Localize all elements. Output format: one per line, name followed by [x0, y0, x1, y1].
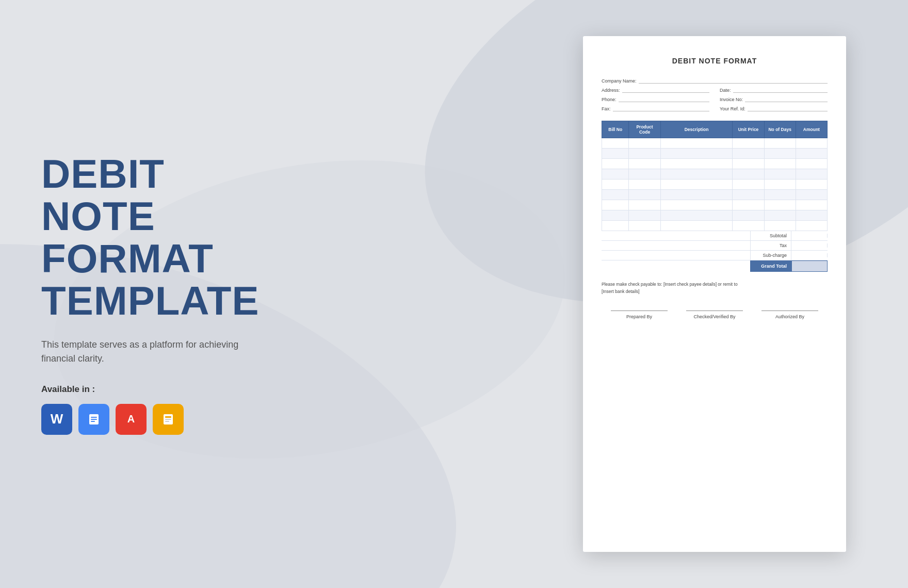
- table-cell: [796, 149, 827, 159]
- prepared-by-label: Prepared By: [626, 314, 652, 319]
- col-no-of-days: No of Days: [764, 121, 796, 138]
- table-cell: [796, 221, 827, 231]
- svg-rect-6: [91, 419, 97, 420]
- table-cell: [660, 200, 733, 210]
- authorized-by-signature: Authorized By: [752, 311, 828, 319]
- invoice-line: [745, 95, 828, 102]
- table-cell: [733, 221, 764, 231]
- svg-rect-10: [165, 419, 171, 420]
- table-cell: [796, 210, 827, 221]
- table-cell: [733, 159, 764, 169]
- info-section: Company Name: Address: Date: Phone: Invo…: [602, 76, 828, 111]
- table-cell: [733, 200, 764, 210]
- table-cell: [602, 169, 629, 179]
- prepared-by-signature: Prepared By: [602, 311, 677, 319]
- col-description: Description: [660, 121, 733, 138]
- table-cell: [602, 179, 629, 190]
- fax-item: Fax:: [602, 104, 709, 111]
- signature-section: Prepared By Checked/Verified By Authoriz…: [602, 311, 828, 319]
- subtitle-text: This template serves as a platform for a…: [41, 338, 248, 366]
- subcharge-label: Sub-charge: [750, 251, 791, 260]
- table-cell: [796, 169, 827, 179]
- subcharge-row: Sub-charge: [602, 251, 828, 260]
- table-cell: [796, 138, 827, 149]
- col-bill-no: Bill No: [602, 121, 629, 138]
- table-cell: [602, 221, 629, 231]
- company-name-label: Company Name:: [602, 78, 637, 84]
- app-icons-row: W A: [41, 404, 294, 435]
- table-cell: [660, 159, 733, 169]
- table-cell: [629, 179, 660, 190]
- grand-total-row: Grand Total: [602, 260, 828, 272]
- address-label: Address:: [602, 88, 620, 93]
- table-cell: [629, 221, 660, 231]
- table-cell: [764, 138, 796, 149]
- word-icon[interactable]: W: [41, 404, 72, 435]
- phone-line: [619, 95, 709, 102]
- table-cell: [602, 138, 629, 149]
- refid-line: [748, 104, 828, 111]
- table-cell: [629, 169, 660, 179]
- pages-icon[interactable]: [153, 404, 184, 435]
- date-line: [733, 86, 828, 93]
- authorized-by-line: [761, 311, 818, 311]
- phone-invoice-row: Phone: Invoice No:: [602, 95, 828, 102]
- refid-item: Your Ref. Id:: [720, 104, 828, 111]
- address-line: [622, 86, 709, 93]
- subcharge-value: [791, 253, 828, 257]
- company-name-row: Company Name:: [602, 76, 828, 84]
- table-cell: [733, 179, 764, 190]
- table-cell: [660, 221, 733, 231]
- grand-total-value: [791, 260, 828, 272]
- subtotal-row: Subtotal: [602, 231, 828, 241]
- prepared-by-line: [611, 311, 668, 311]
- table-cell: [796, 179, 827, 190]
- table-cell: [733, 138, 764, 149]
- payment-note: Please make check payable to: [Insert ch…: [602, 281, 828, 295]
- svg-rect-5: [91, 417, 97, 418]
- date-item: Date:: [720, 86, 828, 93]
- table-cell: [733, 190, 764, 200]
- subtotal-label: Subtotal: [750, 231, 791, 240]
- tax-label: Tax: [750, 241, 791, 250]
- google-docs-icon[interactable]: [78, 404, 109, 435]
- table-cell: [602, 190, 629, 200]
- table-cell: [602, 159, 629, 169]
- table-cell: [629, 190, 660, 200]
- svg-rect-11: [165, 421, 169, 422]
- table-cell: [764, 221, 796, 231]
- totals-section: Subtotal Tax Sub-charge Grand Total: [602, 231, 828, 272]
- table-cell: [764, 159, 796, 169]
- svg-rect-9: [165, 416, 171, 418]
- table-cell: [602, 210, 629, 221]
- fax-label: Fax:: [602, 106, 611, 111]
- checked-verified-signature: Checked/Verified By: [677, 311, 752, 319]
- table-cell: [733, 149, 764, 159]
- main-title: DEBIT NOTE FORMAT TEMPLATE: [41, 153, 294, 322]
- table-cell: [660, 190, 733, 200]
- left-panel: DEBIT NOTE FORMAT TEMPLATE This template…: [0, 0, 335, 588]
- col-unit-price: Unit Price: [733, 121, 764, 138]
- table-cell: [629, 210, 660, 221]
- table-cell: [796, 159, 827, 169]
- company-name-item: Company Name:: [602, 76, 828, 84]
- table-cell: [660, 169, 733, 179]
- pdf-icon[interactable]: A: [116, 404, 147, 435]
- company-name-line: [639, 76, 828, 84]
- phone-item: Phone:: [602, 95, 709, 102]
- document-panel: DEBIT NOTE FORMAT Company Name: Address:…: [583, 36, 846, 552]
- address-date-row: Address: Date:: [602, 86, 828, 93]
- date-label: Date:: [720, 88, 731, 93]
- table-cell: [660, 138, 733, 149]
- subtotal-value: [791, 234, 828, 238]
- table-cell: [660, 210, 733, 221]
- table-cell: [764, 210, 796, 221]
- document-title: DEBIT NOTE FORMAT: [602, 57, 828, 65]
- authorized-by-label: Authorized By: [775, 314, 804, 319]
- table-cell: [629, 159, 660, 169]
- table-cell: [764, 200, 796, 210]
- address-item: Address:: [602, 86, 709, 93]
- available-label: Available in :: [41, 384, 294, 395]
- tax-row: Tax: [602, 241, 828, 251]
- table-cell: [796, 200, 827, 210]
